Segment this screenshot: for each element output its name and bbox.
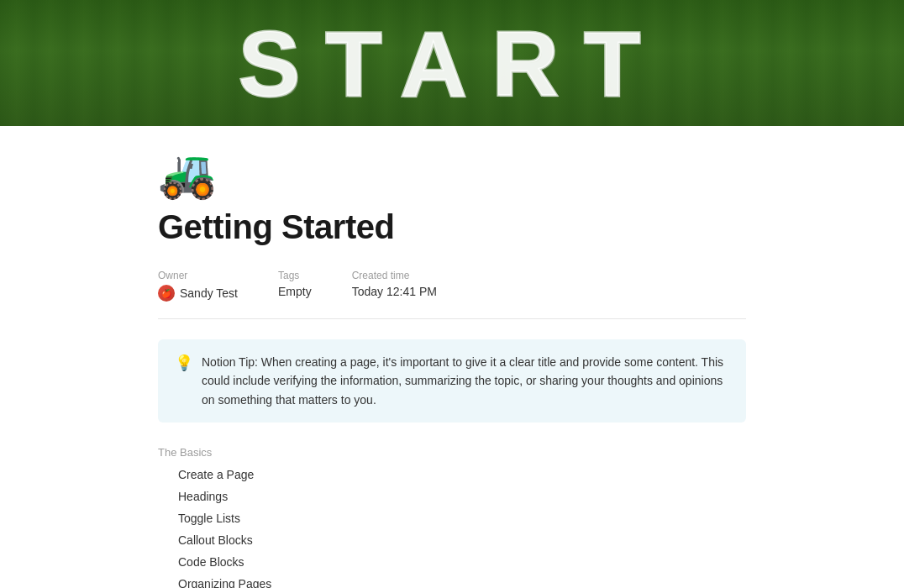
tags-label: Tags xyxy=(278,270,312,281)
owner-label: Owner xyxy=(158,270,238,281)
callout-text: Notion Tip: When creating a page, it's i… xyxy=(202,353,729,409)
owner-name: Sandy Test xyxy=(180,286,238,300)
tags-field: Tags Empty xyxy=(278,270,312,302)
basics-header: The Basics xyxy=(158,446,746,459)
created-field: Created time Today 12:41 PM xyxy=(352,270,437,302)
hero-text: START xyxy=(239,10,665,117)
nav-item[interactable]: Headings xyxy=(158,486,746,507)
nav-item[interactable]: Organizing Pages xyxy=(158,573,746,588)
owner-avatar: 🍎 xyxy=(158,285,175,302)
nav-item[interactable]: Create a Page xyxy=(158,464,746,486)
page-emoji: 🚜 xyxy=(158,146,746,202)
callout-block: 💡 Notion Tip: When creating a page, it's… xyxy=(158,339,746,423)
created-value: Today 12:41 PM xyxy=(352,285,437,298)
created-label: Created time xyxy=(352,270,437,281)
owner-field: Owner 🍎 Sandy Test xyxy=(158,270,238,302)
owner-value: 🍎 Sandy Test xyxy=(158,285,238,302)
nav-item[interactable]: Toggle Lists xyxy=(158,507,746,529)
hero-banner: START xyxy=(0,0,904,126)
page-title: Getting Started xyxy=(158,208,746,246)
nav-item[interactable]: Code Blocks xyxy=(158,551,746,573)
nav-item[interactable]: Callout Blocks xyxy=(158,529,746,551)
toc-section: The Basics Create a PageHeadingsToggle L… xyxy=(158,446,746,588)
tags-value: Empty xyxy=(278,285,312,298)
callout-emoji: 💡 xyxy=(175,354,193,372)
basics-list: Create a PageHeadingsToggle ListsCallout… xyxy=(158,464,746,588)
page-content: 🚜 Getting Started Owner 🍎 Sandy Test Tag… xyxy=(74,146,830,588)
metadata-section: Owner 🍎 Sandy Test Tags Empty Created ti… xyxy=(158,270,746,319)
